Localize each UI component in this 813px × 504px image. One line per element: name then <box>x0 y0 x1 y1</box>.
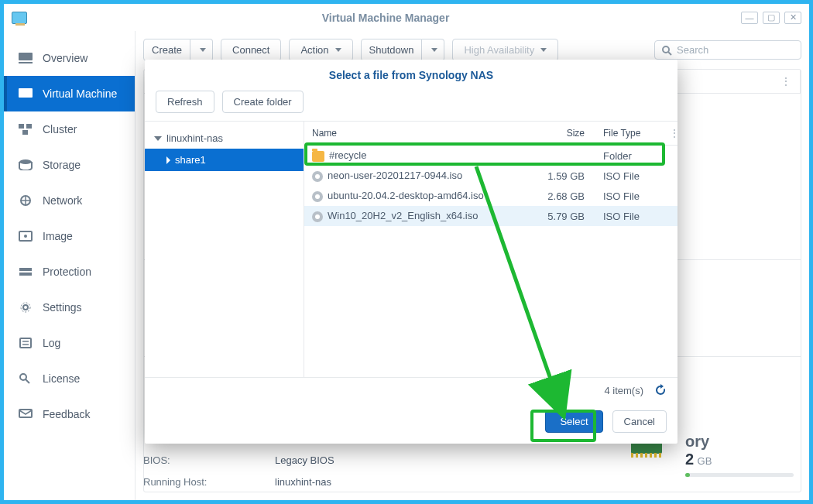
main-toolbar: Create Connect Action Shutdown High Avai… <box>143 39 801 61</box>
sidebar-item-settings[interactable]: Settings <box>4 290 135 325</box>
svg-rect-5 <box>22 130 28 135</box>
file-type: Folder <box>595 150 662 162</box>
connect-button[interactable]: Connect <box>221 39 281 61</box>
file-row[interactable]: #recycle Folder <box>304 146 678 166</box>
shutdown-button[interactable]: Shutdown <box>361 39 423 61</box>
tree-root-label: linuxhint-nas <box>166 132 223 144</box>
running-host-label: Running Host: <box>143 476 275 488</box>
svg-rect-1 <box>19 62 33 63</box>
high-availability-button[interactable]: High Availability <box>452 39 558 61</box>
running-host-value: linuxhint-nas <box>275 476 331 488</box>
sidebar-item-image[interactable]: Image <box>4 218 135 254</box>
tree-child-node[interactable]: share1 <box>145 149 304 171</box>
svg-rect-2 <box>19 88 33 98</box>
disc-icon <box>312 191 323 202</box>
file-size: 5.79 GB <box>533 211 595 222</box>
svg-point-12 <box>23 305 28 310</box>
sidebar-item-label: Image <box>43 230 73 242</box>
shutdown-dropdown[interactable] <box>422 39 444 61</box>
column-menu-icon[interactable]: ⋮ <box>781 76 791 87</box>
sidebar-item-log[interactable]: Log <box>4 325 135 361</box>
svg-rect-3 <box>19 124 24 129</box>
sidebar-item-network[interactable]: Network <box>4 183 135 218</box>
svg-rect-11 <box>19 273 32 276</box>
svg-rect-0 <box>19 53 33 60</box>
sidebar-item-license[interactable]: License <box>4 361 135 396</box>
sidebar-item-protection[interactable]: Protection <box>4 254 135 290</box>
sidebar-item-feedback[interactable]: Feedback <box>4 396 135 432</box>
app-icon <box>12 12 27 24</box>
svg-rect-4 <box>26 124 32 129</box>
sidebar-item-label: License <box>43 372 80 385</box>
disc-icon <box>312 211 323 222</box>
window-title: Virtual Machine Manager <box>35 12 736 24</box>
folder-tree: linuxhint-nas share1 <box>145 122 304 377</box>
sidebar-item-label: Feedback <box>43 408 90 420</box>
sidebar: Overview Virtual Machine Cluster Storage… <box>4 31 136 500</box>
sidebar-item-label: Protection <box>43 266 91 278</box>
sidebar-item-label: Virtual Machine <box>43 87 117 100</box>
file-name: ubuntu-20.04.2-desktop-amd64.iso <box>328 190 484 201</box>
sidebar-item-label: Log <box>43 337 60 349</box>
select-button[interactable]: Select <box>545 410 602 433</box>
bios-value: Legacy BIOS <box>275 454 334 466</box>
bios-label: BIOS: <box>143 454 275 466</box>
file-type: ISO File <box>595 170 662 182</box>
search-placeholder: Search <box>677 44 708 56</box>
sidebar-item-label: Cluster <box>43 123 77 135</box>
file-size: 2.68 GB <box>533 190 595 202</box>
col-size-header[interactable]: Size <box>533 122 595 145</box>
disc-icon <box>312 171 323 182</box>
search-icon <box>661 45 672 56</box>
svg-point-9 <box>24 235 27 238</box>
file-row-selected[interactable]: Win10_20H2_v2_English_x64.iso 5.79 GB IS… <box>304 206 678 226</box>
sidebar-item-overview[interactable]: Overview <box>4 40 135 76</box>
svg-point-13 <box>21 303 30 312</box>
file-name: #recycle <box>329 149 366 161</box>
col-name-header[interactable]: Name <box>304 122 533 145</box>
file-type: ISO File <box>595 211 662 222</box>
sidebar-item-label: Overview <box>43 52 87 64</box>
file-name: Win10_20H2_v2_English_x64.iso <box>328 210 478 221</box>
folder-icon <box>312 151 324 162</box>
file-name: neon-user-20201217-0944.iso <box>328 170 462 181</box>
file-select-dialog: Select a file from Synology NAS Refresh … <box>145 60 678 444</box>
file-size: 1.59 GB <box>533 170 595 182</box>
memory-label: ory <box>685 433 709 450</box>
sidebar-item-label: Settings <box>43 301 82 314</box>
create-folder-button[interactable]: Create folder <box>222 91 304 113</box>
tree-root-node[interactable]: linuxhint-nas <box>145 128 304 149</box>
item-count: 4 item(s) <box>604 385 643 396</box>
sidebar-item-storage[interactable]: Storage <box>4 147 135 183</box>
refresh-icon[interactable] <box>654 384 667 396</box>
sidebar-item-label: Storage <box>43 159 81 171</box>
maximize-button[interactable]: ▢ <box>763 12 780 24</box>
create-button[interactable]: Create <box>143 39 190 61</box>
sidebar-item-virtual-machine[interactable]: Virtual Machine <box>4 76 135 111</box>
svg-rect-14 <box>20 338 31 348</box>
refresh-button[interactable]: Refresh <box>156 91 214 113</box>
svg-point-15 <box>20 374 26 380</box>
search-input[interactable]: Search <box>654 40 801 60</box>
file-row[interactable]: ubuntu-20.04.2-desktop-amd64.iso 2.68 GB… <box>304 186 678 206</box>
create-dropdown[interactable] <box>190 39 213 61</box>
file-list: Name Size File Type ⋮ #recycle Folder ne… <box>304 122 678 377</box>
svg-point-6 <box>19 159 32 164</box>
file-row[interactable]: neon-user-20201217-0944.iso 1.59 GB ISO … <box>304 166 678 186</box>
svg-rect-10 <box>19 268 32 271</box>
col-type-header[interactable]: File Type <box>595 122 662 145</box>
tree-child-label: share1 <box>175 154 206 166</box>
close-button[interactable]: ✕ <box>784 12 801 24</box>
svg-rect-16 <box>19 410 32 417</box>
minimize-button[interactable]: — <box>741 12 758 24</box>
file-type: ISO File <box>595 190 662 202</box>
col-menu-icon[interactable]: ⋮ <box>662 122 678 145</box>
title-bar: Virtual Machine Manager — ▢ ✕ <box>4 4 809 31</box>
dialog-title: Select a file from Synology NAS <box>145 60 678 87</box>
details-panel: BIOS:Legacy BIOS Running Host:linuxhint-… <box>143 449 801 492</box>
sidebar-item-cluster[interactable]: Cluster <box>4 111 135 147</box>
action-button[interactable]: Action <box>289 39 352 61</box>
sidebar-item-label: Network <box>43 194 82 207</box>
svg-point-17 <box>663 46 669 53</box>
cancel-button[interactable]: Cancel <box>612 410 667 433</box>
